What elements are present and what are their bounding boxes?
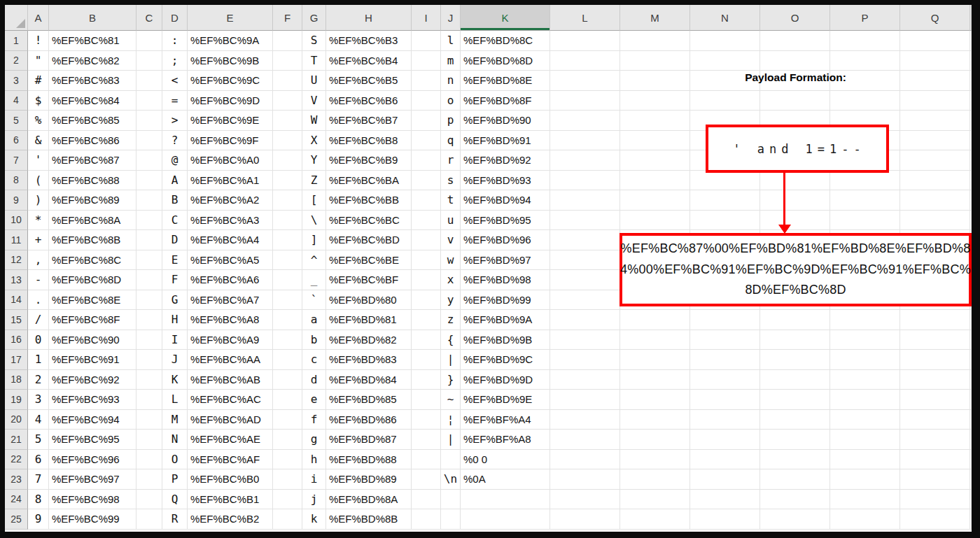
cell-I16[interactable] — [412, 330, 441, 351]
cell-E6[interactable]: %EF%BC%9F — [188, 131, 273, 151]
cell-C20[interactable] — [136, 410, 162, 430]
cell-H7[interactable]: %EF%BC%B9 — [326, 150, 412, 171]
cell-K6[interactable]: %EF%BD%91 — [461, 131, 550, 151]
row-header-6[interactable]: 6 — [5, 131, 28, 151]
cell-O4[interactable] — [760, 91, 830, 111]
cell-H24[interactable]: %EF%BD%8A — [326, 490, 412, 510]
cell-H19[interactable]: %EF%BD%85 — [326, 390, 412, 410]
cell-C9[interactable] — [136, 190, 162, 211]
cell-B11[interactable]: %EF%BC%8B — [49, 230, 136, 250]
cell-O9[interactable] — [760, 190, 830, 211]
cell-P16[interactable] — [830, 330, 900, 351]
cell-L22[interactable] — [550, 450, 620, 470]
cell-H21[interactable]: %EF%BD%87 — [326, 430, 412, 450]
cell-L23[interactable] — [550, 469, 620, 490]
cell-H18[interactable]: %EF%BD%84 — [326, 370, 412, 390]
cell-I6[interactable] — [412, 131, 441, 151]
cell-L14[interactable] — [550, 290, 620, 311]
cell-B9[interactable]: %EF%BC%89 — [49, 190, 136, 211]
cell-D18[interactable]: K — [162, 370, 188, 390]
cell-L16[interactable] — [550, 330, 620, 351]
row-header-24[interactable]: 24 — [5, 490, 28, 510]
cell-C5[interactable] — [136, 111, 162, 131]
cell-A15[interactable]: / — [28, 310, 49, 330]
cell-O22[interactable] — [760, 450, 830, 470]
row-header-18[interactable]: 18 — [5, 370, 28, 390]
cell-C15[interactable] — [136, 310, 162, 330]
cell-I9[interactable] — [412, 190, 441, 211]
cell-I12[interactable] — [412, 250, 441, 271]
cell-K19[interactable]: %EF%BD%9E — [461, 390, 550, 410]
cell-B22[interactable]: %EF%BC%96 — [49, 450, 136, 470]
cell-L10[interactable] — [550, 211, 620, 231]
row-header-16[interactable]: 16 — [5, 330, 28, 351]
row-header-4[interactable]: 4 — [5, 91, 28, 111]
column-header-I[interactable]: I — [412, 5, 441, 31]
cell-E14[interactable]: %EF%BC%A7 — [188, 290, 273, 311]
cell-I14[interactable] — [412, 290, 441, 311]
cell-M9[interactable] — [620, 190, 690, 211]
cell-F23[interactable] — [273, 469, 302, 490]
cell-F3[interactable] — [273, 71, 302, 91]
cell-E25[interactable]: %EF%BC%B2 — [188, 509, 273, 530]
cell-F14[interactable] — [273, 290, 302, 311]
column-header-M[interactable]: M — [620, 5, 690, 31]
cell-G1[interactable]: S — [302, 31, 326, 51]
cell-J9[interactable]: t — [441, 190, 461, 211]
cell-K22[interactable]: %0 0 — [461, 450, 550, 470]
cell-I8[interactable] — [412, 171, 441, 191]
cell-B8[interactable]: %EF%BC%88 — [49, 171, 136, 191]
cell-C3[interactable] — [136, 71, 162, 91]
row-header-25[interactable]: 25 — [5, 509, 28, 530]
cell-A23[interactable]: 7 — [28, 469, 49, 490]
cell-C19[interactable] — [136, 390, 162, 410]
cell-H3[interactable]: %EF%BC%B5 — [326, 71, 412, 91]
cell-A9[interactable]: ) — [28, 190, 49, 211]
cell-M1[interactable] — [620, 31, 690, 51]
cell-J4[interactable]: o — [441, 91, 461, 111]
row-header-20[interactable]: 20 — [5, 410, 28, 430]
cell-D12[interactable]: E — [162, 250, 188, 271]
column-header-C[interactable]: C — [136, 5, 162, 31]
cell-N16[interactable] — [690, 330, 760, 351]
cell-J7[interactable]: r — [441, 150, 461, 171]
cell-H10[interactable]: %EF%BC%BC — [326, 211, 412, 231]
cell-F2[interactable] — [273, 51, 302, 71]
cell-Q2[interactable] — [900, 51, 970, 71]
cell-G16[interactable]: b — [302, 330, 326, 351]
cell-L7[interactable] — [550, 150, 620, 171]
cell-K11[interactable]: %EF%BD%96 — [461, 230, 550, 250]
cell-A10[interactable]: * — [28, 211, 49, 231]
cell-B15[interactable]: %EF%BC%8F — [49, 310, 136, 330]
cell-L2[interactable] — [550, 51, 620, 71]
cell-E17[interactable]: %EF%BC%AA — [188, 350, 273, 370]
cell-N10[interactable] — [690, 211, 760, 231]
cell-C10[interactable] — [136, 211, 162, 231]
cell-G3[interactable]: U — [302, 71, 326, 91]
cell-K16[interactable]: %EF%BD%9B — [461, 330, 550, 351]
cell-C16[interactable] — [136, 330, 162, 351]
cell-H22[interactable]: %EF%BD%88 — [326, 450, 412, 470]
cell-E2[interactable]: %EF%BC%9B — [188, 51, 273, 71]
row-header-7[interactable]: 7 — [5, 150, 28, 171]
cell-N18[interactable] — [690, 370, 760, 390]
cell-O24[interactable] — [760, 490, 830, 510]
cell-K21[interactable]: %EF%BF%A8 — [461, 430, 550, 450]
cell-I5[interactable] — [412, 111, 441, 131]
cell-P2[interactable] — [830, 51, 900, 71]
cell-Q19[interactable] — [900, 390, 970, 410]
cell-A24[interactable]: 8 — [28, 490, 49, 510]
cell-E23[interactable]: %EF%BC%B0 — [188, 469, 273, 490]
cell-P25[interactable] — [830, 509, 900, 530]
cell-O25[interactable] — [760, 509, 830, 530]
cell-J3[interactable]: n — [441, 71, 461, 91]
row-header-15[interactable]: 15 — [5, 310, 28, 330]
cell-P18[interactable] — [830, 370, 900, 390]
cell-O1[interactable] — [760, 31, 830, 51]
cell-I24[interactable] — [412, 490, 441, 510]
cell-E20[interactable]: %EF%BC%AD — [188, 410, 273, 430]
cell-M21[interactable] — [620, 430, 690, 450]
cell-J24[interactable] — [441, 490, 461, 510]
row-header-17[interactable]: 17 — [5, 350, 28, 370]
cell-J5[interactable]: p — [441, 111, 461, 131]
